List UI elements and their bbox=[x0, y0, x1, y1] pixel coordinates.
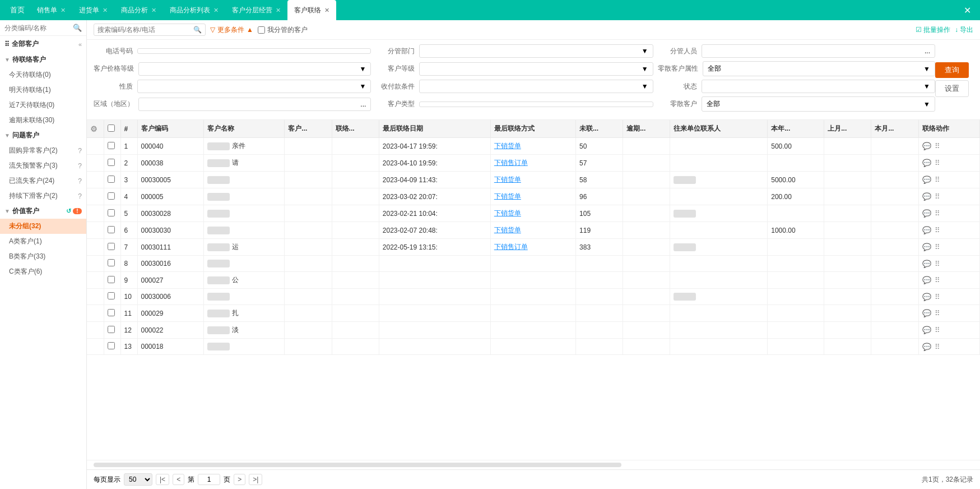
close-product-analysis-tab[interactable]: ✕ bbox=[151, 7, 156, 14]
department-select[interactable]: ▼ bbox=[419, 44, 653, 58]
col-customer-name[interactable]: 客户名称 bbox=[204, 120, 285, 138]
pending-contact-group[interactable]: ▼ 待联络客户 bbox=[0, 52, 86, 67]
col-unit-contact[interactable]: 往来单位联系人 bbox=[670, 120, 768, 138]
select-all-checkbox[interactable] bbox=[108, 124, 115, 132]
more-icon[interactable]: ⠿ bbox=[935, 326, 940, 334]
col-customer-code[interactable]: 客户编码 bbox=[137, 120, 204, 138]
refresh-icon[interactable]: ↺ bbox=[66, 207, 71, 215]
sidebar-item-7days[interactable]: 近7天待联络(0) bbox=[0, 98, 86, 113]
row-checkbox[interactable] bbox=[104, 138, 120, 155]
row-checkbox[interactable] bbox=[104, 256, 120, 272]
call-icon[interactable]: 💬 bbox=[922, 260, 931, 268]
col-not-contact[interactable]: 未联... bbox=[576, 120, 623, 138]
nav-tab-product-analysis[interactable]: 商品分析 ✕ bbox=[114, 0, 163, 20]
more-icon[interactable]: ⠿ bbox=[935, 309, 940, 317]
sidebar-collapse-icon[interactable]: « bbox=[78, 41, 82, 48]
sidebar-item-abnormal[interactable]: 固购异常客户(2) ? bbox=[0, 143, 86, 158]
sidebar-item-churn-warning[interactable]: 流失预警客户(3) ? bbox=[0, 158, 86, 173]
close-contact-tab[interactable]: ✕ bbox=[324, 7, 329, 14]
row-checkbox[interactable] bbox=[104, 155, 120, 172]
region-input[interactable]: ... bbox=[138, 98, 371, 111]
phone-input[interactable] bbox=[137, 48, 371, 54]
row-checkbox[interactable] bbox=[104, 305, 120, 322]
close-purchase-tab[interactable]: ✕ bbox=[103, 7, 108, 14]
nav-home[interactable]: 首页 bbox=[4, 0, 30, 20]
customer-type-select[interactable] bbox=[419, 102, 653, 107]
person-input[interactable]: ... bbox=[702, 44, 935, 58]
first-page-button[interactable]: |< bbox=[156, 474, 169, 485]
nav-tab-sales[interactable]: 销售单 ✕ bbox=[30, 0, 72, 20]
more-icon[interactable]: ⠿ bbox=[935, 142, 940, 150]
call-icon[interactable]: 💬 bbox=[922, 243, 931, 251]
window-close-button[interactable]: ✕ bbox=[959, 5, 976, 16]
reset-button[interactable]: 设置 bbox=[935, 80, 969, 97]
sidebar-item-declining[interactable]: 持续下滑客户(2) ? bbox=[0, 188, 86, 204]
more-icon[interactable]: ⠿ bbox=[935, 276, 940, 284]
col-settings[interactable]: ⚙ bbox=[87, 120, 104, 138]
sidebar-search-icon[interactable]: 🔍 bbox=[73, 24, 82, 32]
nav-tab-customer-contact[interactable]: 客户联络 ✕ bbox=[287, 0, 336, 20]
batch-op-button[interactable]: ☑ 批量操作 bbox=[916, 25, 950, 35]
more-icon[interactable]: ⠿ bbox=[935, 226, 940, 234]
col-overdue[interactable]: 逾期... bbox=[623, 120, 670, 138]
call-icon[interactable]: 💬 bbox=[922, 326, 931, 334]
nav-tab-product-analysis-list[interactable]: 商品分析列表 ✕ bbox=[163, 0, 225, 20]
more-icon[interactable]: ⠿ bbox=[935, 192, 940, 201]
call-icon[interactable]: 💬 bbox=[922, 192, 931, 201]
call-icon[interactable]: 💬 bbox=[922, 159, 931, 167]
more-icon[interactable]: ⠿ bbox=[935, 260, 940, 268]
close-sales-tab[interactable]: ✕ bbox=[61, 7, 66, 14]
all-customers-header[interactable]: ⠿ 全部客户 « bbox=[0, 36, 86, 52]
close-segment-tab[interactable]: ✕ bbox=[276, 7, 281, 14]
prev-page-button[interactable]: < bbox=[173, 474, 184, 485]
horizontal-scrollbar[interactable] bbox=[87, 460, 980, 469]
last-page-button[interactable]: >| bbox=[249, 474, 262, 485]
call-icon[interactable]: 💬 bbox=[922, 142, 931, 150]
my-customers-checkbox[interactable]: 我分管的客户 bbox=[258, 25, 308, 35]
nature-select[interactable]: ▼ bbox=[137, 80, 371, 93]
row-checkbox[interactable] bbox=[104, 239, 120, 256]
row-checkbox[interactable] bbox=[104, 172, 120, 188]
payment-select[interactable]: ▼ bbox=[419, 80, 653, 93]
sidebar-search-input[interactable] bbox=[4, 24, 73, 32]
row-checkbox[interactable] bbox=[104, 205, 120, 222]
main-search-input[interactable] bbox=[97, 26, 193, 34]
call-icon[interactable]: 💬 bbox=[922, 343, 931, 351]
retail-attr-select[interactable]: 全部 ▼ bbox=[703, 61, 935, 76]
call-icon[interactable]: 💬 bbox=[922, 176, 931, 184]
row-checkbox[interactable] bbox=[104, 222, 120, 239]
next-page-button[interactable]: > bbox=[234, 474, 245, 485]
settings-icon[interactable]: ⚙ bbox=[90, 124, 97, 133]
sidebar-item-class-c[interactable]: C类客户(6) bbox=[0, 264, 86, 279]
page-number-input[interactable] bbox=[198, 474, 220, 485]
page-size-select[interactable]: 50 20 100 bbox=[124, 473, 152, 486]
sidebar-item-ungrouped[interactable]: 未分组(32) bbox=[0, 219, 86, 234]
col-contact[interactable]: 联络... bbox=[332, 120, 379, 138]
more-filters-button[interactable]: ▽ 更多条件 ▲ bbox=[210, 25, 253, 35]
col-this-year[interactable]: 本年... bbox=[768, 120, 824, 138]
more-icon[interactable]: ⠿ bbox=[935, 159, 940, 167]
sidebar-item-today[interactable]: 今天待联络(0) bbox=[0, 67, 86, 82]
row-checkbox[interactable] bbox=[104, 322, 120, 339]
export-button[interactable]: ↓ 导出 bbox=[955, 25, 973, 35]
main-search-icon[interactable]: 🔍 bbox=[193, 26, 202, 34]
call-icon[interactable]: 💬 bbox=[922, 226, 931, 234]
col-customer-type[interactable]: 客户... bbox=[285, 120, 332, 138]
col-checkbox[interactable] bbox=[104, 120, 120, 138]
more-icon[interactable]: ⠿ bbox=[935, 176, 940, 184]
status-select[interactable]: ▼ bbox=[702, 80, 935, 93]
more-icon[interactable]: ⠿ bbox=[935, 243, 940, 251]
retail-select[interactable]: 全部 ▼ bbox=[702, 96, 935, 112]
col-last-date[interactable]: 最后联络日期 bbox=[379, 120, 490, 138]
sidebar-item-class-a[interactable]: A类客户(1) bbox=[0, 234, 86, 249]
problem-customers-group[interactable]: ▼ 问题客户 bbox=[0, 128, 86, 143]
call-icon[interactable]: 💬 bbox=[922, 309, 931, 317]
call-icon[interactable]: 💬 bbox=[922, 293, 931, 301]
row-checkbox[interactable] bbox=[104, 339, 120, 355]
price-level-select[interactable]: ▼ bbox=[138, 62, 371, 76]
customer-level-select[interactable]: ▼ bbox=[419, 62, 653, 76]
col-last-month[interactable]: 上月... bbox=[824, 120, 871, 138]
col-last-method[interactable]: 最后联络方式 bbox=[490, 120, 575, 138]
call-icon[interactable]: 💬 bbox=[922, 209, 931, 218]
sidebar-item-class-b[interactable]: B类客户(33) bbox=[0, 249, 86, 264]
